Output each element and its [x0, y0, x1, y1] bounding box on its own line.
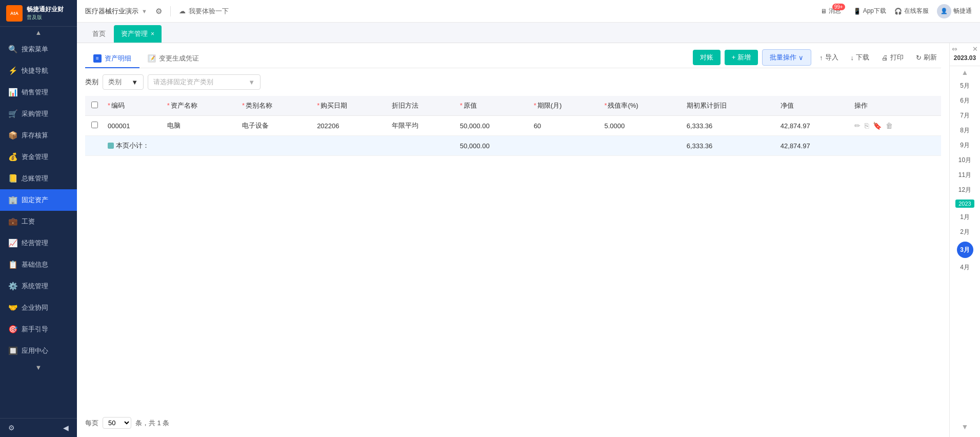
content-main: ≡ 资产明细 📝 变更生成凭证 对账 + 新增 批量操作 ∨ ↑	[77, 43, 949, 437]
sidebar: AtA 畅捷通好业财 普及版 ▲ 🔍 搜索菜单 ⚡ 快捷导航 📊 销售管理 🛒 …	[0, 0, 77, 437]
month-6[interactable]: 6月	[950, 93, 980, 108]
save-icon[interactable]: 🔖	[873, 122, 882, 130]
panel-close-btn[interactable]: ✕	[972, 45, 978, 53]
messages-btn[interactable]: 🖥 消息 99+	[821, 7, 841, 15]
sidebar-item-guide[interactable]: 🎯 新手引导	[0, 319, 77, 340]
download-icon: ↓	[851, 54, 854, 62]
row-checkbox[interactable]	[85, 116, 104, 136]
settings-bottom-icon[interactable]: ⚙	[8, 424, 15, 432]
cell-original-value: 50,000.00	[456, 116, 530, 136]
month-10[interactable]: 10月	[950, 153, 980, 168]
collapse-icon[interactable]: ◀	[63, 424, 69, 432]
main-area: 医疗器械行业演示 ▼ ⚙ ☁ 我要体验一下 🖥 消息 99+ 📱 App下载 🎧…	[77, 0, 980, 437]
sub-tab-asset-detail[interactable]: ≡ 资产明细	[85, 50, 139, 68]
month-5[interactable]: 5月	[950, 78, 980, 93]
delete-icon[interactable]: 🗑	[886, 122, 893, 130]
search-icon: 🔍	[8, 45, 17, 54]
target-icon: 🎯	[8, 325, 17, 334]
message-icon: 🖥	[821, 8, 827, 15]
download-btn[interactable]: ↓ 下载	[847, 50, 874, 65]
avatar: 👤	[937, 4, 951, 18]
tab-asset-mgmt[interactable]: 资产管理 ×	[114, 25, 162, 43]
cell-accumulated-dep: 6,333.36	[683, 116, 776, 136]
subtotal-original-value: 50,000.00	[456, 136, 530, 156]
edit-icon[interactable]: ✏	[854, 122, 861, 130]
print-icon: 🖨	[882, 54, 888, 62]
col-residual-rate: *残值率(%)	[600, 96, 682, 116]
month-3-current[interactable]: 3月	[957, 242, 973, 258]
company-settings-icon[interactable]: ⚙	[155, 7, 162, 16]
select-all-checkbox[interactable]	[85, 96, 104, 116]
refresh-btn[interactable]: ↻ 刷新	[912, 50, 941, 65]
app-download-btn[interactable]: 📱 App下载	[853, 7, 886, 15]
sidebar-item-app-center[interactable]: 🔲 应用中心	[0, 340, 77, 362]
cell-name: 电脑	[163, 116, 238, 136]
experience-btn[interactable]: ☁ 我要体验一下	[179, 7, 229, 16]
month-1[interactable]: 1月	[950, 210, 980, 225]
topbar-right: 🖥 消息 99+ 📱 App下载 🎧 在线客服 👤 畅捷通	[821, 4, 972, 18]
sub-tab-change-voucher[interactable]: 📝 变更生成凭证	[139, 50, 207, 68]
batch-btn[interactable]: 批量操作 ∨	[762, 49, 811, 66]
cell-depreciation: 年限平均	[388, 116, 455, 136]
sidebar-logo: AtA 畅捷通好业财 普及版	[0, 0, 77, 27]
trending-icon: 📈	[8, 239, 17, 248]
chart-icon: 📊	[8, 88, 17, 97]
cell-residual-rate: 5.0000	[600, 116, 682, 136]
sidebar-item-enterprise[interactable]: 🤝 企业协同	[0, 297, 77, 319]
month-2[interactable]: 2月	[950, 225, 980, 240]
sidebar-item-purchase[interactable]: 🛒 采购管理	[0, 103, 77, 125]
sidebar-item-quick-nav[interactable]: ⚡ 快捷导航	[0, 60, 77, 82]
download-icon: 📱	[853, 8, 861, 15]
sidebar-item-operations[interactable]: 📈 经营管理	[0, 232, 77, 254]
col-name: *资产名称	[163, 96, 238, 116]
sidebar-item-basic-info[interactable]: 📋 基础信息	[0, 254, 77, 275]
sidebar-item-payroll[interactable]: 💼 工资	[0, 211, 77, 232]
panel-expand-btn[interactable]: ⇔	[952, 45, 957, 53]
month-9[interactable]: 9月	[950, 138, 980, 153]
sidebar-item-search[interactable]: 🔍 搜索菜单	[0, 38, 77, 60]
new-btn[interactable]: + 新增	[725, 50, 758, 65]
month-4[interactable]: 4月	[950, 260, 980, 275]
category-filter-select[interactable]: 类别 ▼	[103, 74, 144, 90]
row-checkbox-input[interactable]	[91, 122, 98, 128]
logo-text: 畅捷通好业财 普及版	[27, 6, 64, 21]
month-11[interactable]: 11月	[950, 168, 980, 183]
sidebar-item-sales[interactable]: 📊 销售管理	[0, 82, 77, 103]
asset-category-input[interactable]: 请选择固定资产类别 ▼	[148, 74, 261, 90]
company-selector[interactable]: 医疗器械行业演示 ▼	[85, 7, 147, 16]
month-7[interactable]: 7月	[950, 108, 980, 123]
sidebar-item-system[interactable]: ⚙️ 系统管理	[0, 275, 77, 297]
user-profile[interactable]: 👤 畅捷通	[937, 4, 972, 18]
account-btn[interactable]: 对账	[693, 50, 721, 65]
sidebar-item-fund[interactable]: 💰 资金管理	[0, 146, 77, 168]
sidebar-item-fixed-asset[interactable]: 🏢 固定资产	[0, 189, 77, 211]
sidebar-scroll-up[interactable]: ▲	[0, 27, 77, 38]
online-service-btn[interactable]: 🎧 在线客服	[894, 7, 929, 15]
tab-home[interactable]: 首页	[85, 25, 113, 43]
per-page-select[interactable]: 50 20 100	[103, 417, 131, 429]
gear-icon: ⚙️	[8, 282, 17, 291]
asset-detail-tab-icon: ≡	[93, 54, 102, 63]
change-voucher-tab-icon: 📝	[148, 54, 156, 63]
sidebar-item-ledger[interactable]: 📒 总账管理	[0, 168, 77, 189]
month-12[interactable]: 12月	[950, 183, 980, 197]
month-8[interactable]: 8月	[950, 123, 980, 138]
asset-table: *编码 *资产名称 *类别名称 *购买日期 折旧方法 *原值 *期限(月) *残…	[85, 96, 941, 156]
copy-icon[interactable]: ⎘	[865, 122, 869, 130]
per-page-label: 每页	[85, 419, 98, 428]
tab-close-icon[interactable]: ×	[151, 30, 154, 37]
briefcase-icon: 💼	[8, 217, 17, 226]
col-original-value: *原值	[456, 96, 530, 116]
asset-table-wrap: *编码 *资产名称 *类别名称 *购买日期 折旧方法 *原值 *期限(月) *残…	[85, 96, 941, 412]
panel-scroll-up[interactable]: ▲	[959, 66, 971, 78]
panel-scroll-down[interactable]: ▼	[959, 421, 971, 433]
table-row: 000001 电脑 电子设备 202206 年限平均 50,000.00 60 …	[85, 116, 941, 136]
tabbar: 首页 资产管理 ×	[77, 23, 980, 43]
print-btn[interactable]: 🖨 打印	[877, 50, 908, 65]
export-btn[interactable]: ↑ 导入	[815, 50, 843, 65]
sidebar-item-inventory[interactable]: 📦 库存核算	[0, 125, 77, 146]
sidebar-scroll-down[interactable]: ▼	[0, 362, 77, 373]
company-dropdown-arrow: ▼	[142, 8, 147, 14]
money-icon: 💰	[8, 152, 17, 162]
checkbox-input[interactable]	[91, 102, 98, 108]
